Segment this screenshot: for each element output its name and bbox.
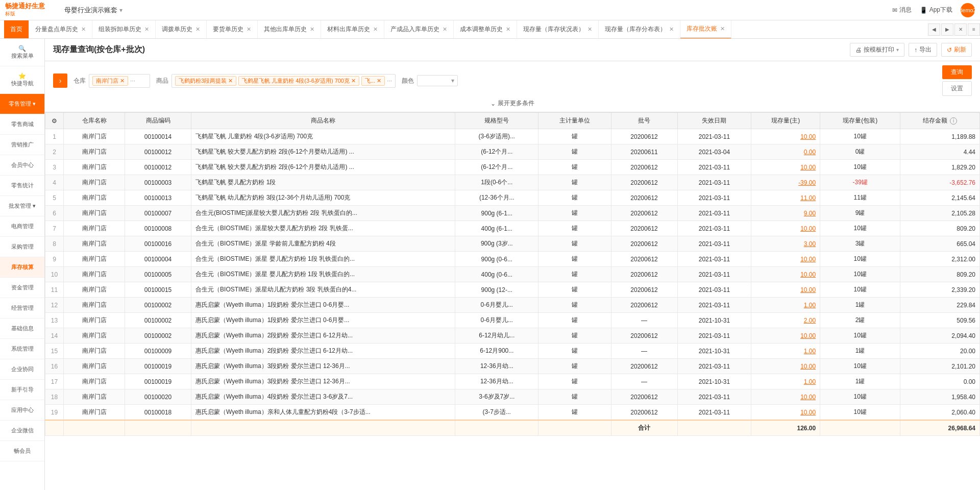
tab-scroll-right-btn[interactable]: ▶: [941, 23, 953, 36]
color-input[interactable]: ▾: [417, 75, 458, 86]
tab-xiancunliang-fenbiao[interactable]: 现存量（库存分布表）✕: [599, 20, 680, 39]
sidebar-item-purchase[interactable]: 采购管理: [0, 237, 44, 257]
close-tab-icon[interactable]: ✕: [720, 26, 725, 32]
cell-expire-17: 2021-03-11: [677, 389, 751, 405]
sidebar-item-cooperation[interactable]: 企业协同: [0, 359, 44, 380]
qty-main-link-5[interactable]: 9.00: [804, 210, 816, 217]
export-btn[interactable]: ↑ 导出: [909, 43, 937, 57]
finance-label: 资金管理: [2, 284, 42, 291]
cell-code-0: 00100014: [125, 129, 191, 144]
sidebar-item-operations[interactable]: 经营管理: [0, 298, 44, 318]
sidebar-item-app-center[interactable]: 应用中心: [0, 400, 44, 421]
warehouse-more-dots[interactable]: ···: [130, 77, 135, 84]
warehouse-tag-close-icon[interactable]: ✕: [120, 78, 125, 84]
user-profile-btn[interactable]: demo2: [961, 3, 975, 17]
qty-main-link-10[interactable]: 10.00: [800, 286, 816, 293]
goods-tag-2-close-icon[interactable]: ✕: [377, 78, 381, 84]
search-btn[interactable]: 查询: [942, 65, 972, 79]
close-tab-icon[interactable]: ✕: [373, 26, 378, 33]
tab-chanchengpin-ruku[interactable]: 产成品入库单历史 ✕: [384, 20, 454, 39]
qty-main-link-15[interactable]: 10.00: [800, 363, 816, 370]
sidebar-item-finance[interactable]: 资金管理: [0, 278, 44, 298]
tab-xiancunliang-kuaikuang[interactable]: 现存量（库存状况表）✕: [517, 20, 599, 39]
qty-main-link-18[interactable]: 10.00: [800, 409, 816, 416]
sidebar-item-retail-mgmt[interactable]: 零售管理 ▾: [0, 94, 44, 114]
close-tab-icon[interactable]: ✕: [443, 26, 447, 33]
tab-qita-chuku[interactable]: 其他出库单历史 ✕: [258, 20, 321, 39]
sidebar-item-retail-stats[interactable]: 零售统计: [0, 176, 44, 196]
tab-diaobodan[interactable]: 调拨单历史 ✕: [156, 20, 207, 39]
close-tab-icon[interactable]: ✕: [195, 26, 200, 33]
qty-main-link-17[interactable]: 10.00: [800, 394, 816, 401]
sidebar-search[interactable]: 🔍 搜索菜单: [0, 39, 44, 66]
qty-main-link-7[interactable]: 3.00: [804, 240, 816, 248]
tab-kucun-pici[interactable]: 库存批次账 ✕: [680, 20, 731, 39]
sidebar-item-member[interactable]: 会员中心: [0, 155, 44, 176]
close-tab-icon[interactable]: ✕: [506, 26, 510, 33]
table-row: 17南岸门店00100019惠氏启蒙（Wyeth illuma）3段奶粉 爱尔兰…: [45, 374, 980, 389]
qty-main-link-4[interactable]: 11.00: [800, 194, 816, 202]
main-layout: 🔍 搜索菜单 ⭐ 快捷导航 零售管理 ▾ 零售商城 营销推广 会员中心 零售统计…: [0, 39, 980, 490]
sidebar-item-system[interactable]: 系统管理: [0, 339, 44, 359]
tab-close-current-btn[interactable]: ✕: [954, 23, 967, 36]
qty-main-link-11[interactable]: 1.00: [804, 302, 816, 309]
qty-main-link-6[interactable]: 10.00: [800, 225, 816, 232]
sidebar-item-inventory[interactable]: 库存核算: [0, 257, 44, 278]
app-download-btn[interactable]: 📱 App下载: [920, 6, 952, 14]
goods-input[interactable]: 飞鹤奶粉3段两提装 ✕ 飞鹤星飞帆 儿童奶粉 4段(3-6岁适用) 700克 ✕…: [172, 74, 396, 88]
sidebar-item-wholesale[interactable]: 批发管理 ▾: [0, 196, 44, 216]
sidebar-item-member-service[interactable]: 畅会员: [0, 441, 44, 461]
sidebar-item-ecommerce[interactable]: 电商管理: [0, 216, 44, 237]
qty-main-link-2[interactable]: 10.00: [800, 164, 816, 171]
qty-main-link-14[interactable]: 1.00: [804, 348, 816, 355]
goods-tag-0-close-icon[interactable]: ✕: [228, 78, 233, 84]
qty-main-link-9[interactable]: 10.00: [800, 271, 816, 278]
close-tab-icon[interactable]: ✕: [587, 26, 592, 33]
cell-batch-8: 20200612: [611, 252, 677, 267]
sidebar-item-base-info[interactable]: 基础信息: [0, 318, 44, 339]
tab-home[interactable]: 首页: [4, 20, 29, 39]
sidebar-item-retail-shop[interactable]: 零售商城: [0, 114, 44, 135]
qty-main-link-1[interactable]: 0.00: [804, 149, 816, 156]
tab-chengben-tiaozheng[interactable]: 成本调整单历史 ✕: [454, 20, 517, 39]
account-dropdown[interactable]: 母婴行业演示账套 ▾: [64, 6, 122, 15]
sidebar-item-enterprise-wechat[interactable]: 企业微信: [0, 421, 44, 441]
qty-main-link-12[interactable]: 2.00: [804, 317, 816, 324]
tab-cailiao-chuku[interactable]: 材料出库单历史 ✕: [321, 20, 384, 39]
tab-scroll-left-btn[interactable]: ◀: [928, 23, 940, 36]
close-tab-icon[interactable]: ✕: [247, 26, 251, 33]
sidebar-item-marketing[interactable]: 营销推广: [0, 135, 44, 155]
goods-tag-feihe-3: 飞鹤奶粉3段两提装 ✕: [175, 76, 236, 86]
inventory-label: 库存核算: [2, 263, 42, 271]
qty-main-link-8[interactable]: 10.00: [800, 256, 816, 263]
goods-tag-1-close-icon[interactable]: ✕: [351, 78, 356, 84]
sidebar-quick-nav[interactable]: ⭐ 快捷导航: [0, 66, 44, 94]
close-tab-icon[interactable]: ✕: [81, 26, 86, 33]
print-btn[interactable]: 🖨 按模板打印 ▾: [850, 43, 904, 57]
filter-expand-conditions[interactable]: ⌄ 展开更多条件: [491, 99, 534, 108]
filter-area: › 仓库 南岸门店 ✕ ··· 商品: [45, 61, 980, 112]
filter-expand-btn[interactable]: ›: [53, 74, 67, 88]
settings-gear-icon[interactable]: ⚙: [52, 117, 57, 125]
tab-fenliangpandian[interactable]: 分量盘点单历史 ✕: [29, 20, 92, 39]
sidebar-item-newbie[interactable]: 新手引导: [0, 380, 44, 400]
qty-main-link-13[interactable]: 10.00: [800, 332, 816, 339]
tab-zuzhuangchaijian[interactable]: 组装拆卸单历史 ✕: [92, 20, 156, 39]
warehouse-input[interactable]: 南岸门店 ✕ ···: [89, 74, 150, 88]
refresh-btn[interactable]: ↺ 刷新: [941, 43, 972, 57]
close-tab-icon[interactable]: ✕: [144, 26, 149, 33]
cell-qty-pkg-15: 10罐: [820, 359, 900, 374]
qty-main-link-16[interactable]: 1.00: [804, 378, 816, 385]
qty-main-link-0[interactable]: 10.00: [800, 133, 816, 140]
close-tab-icon[interactable]: ✕: [669, 26, 674, 33]
amount-info-icon[interactable]: i: [950, 117, 957, 125]
settings-btn[interactable]: 设置: [942, 81, 972, 96]
cell-amount-17: 1,958.40: [900, 389, 980, 405]
quick-nav-label: 快捷导航: [2, 80, 42, 87]
goods-more-dots[interactable]: ···: [387, 77, 392, 84]
qty-main-link-3[interactable]: -39.00: [798, 179, 816, 186]
close-tab-icon[interactable]: ✕: [310, 26, 314, 33]
tab-yaohuo[interactable]: 要货单历史 ✕: [207, 20, 258, 39]
message-btn[interactable]: ✉ 消息: [892, 6, 912, 14]
tab-menu-btn[interactable]: ≡: [968, 23, 980, 36]
